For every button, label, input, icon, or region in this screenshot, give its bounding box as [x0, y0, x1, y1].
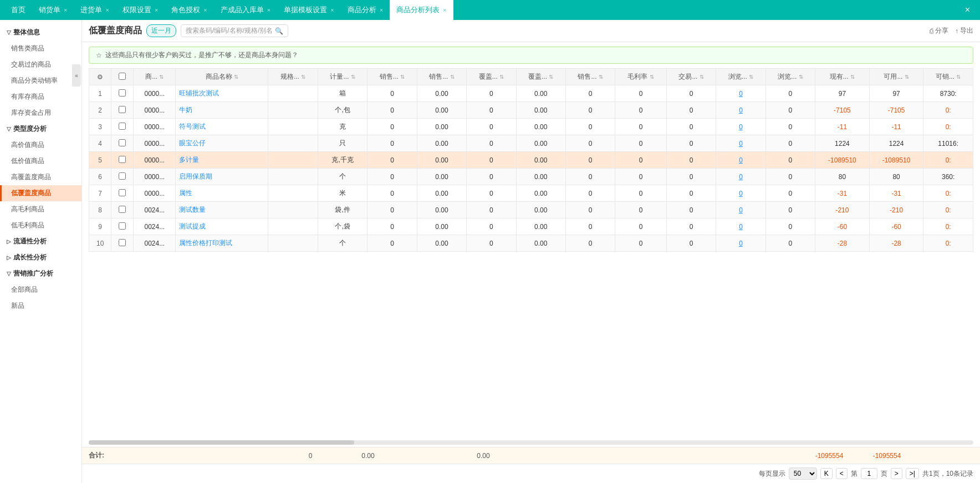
search-box[interactable]: 搜索条码/编码/名称/规格/别名 🔍 [181, 24, 288, 37]
export-button[interactable]: ↑ 导出 [955, 26, 973, 35]
cell-browse1[interactable]: 0 [716, 119, 765, 135]
nav-template-settings[interactable]: 单据模板设置 × [277, 0, 340, 20]
cell-name[interactable]: 属性价格打印测试 [176, 235, 268, 252]
last-page-button[interactable]: >| [906, 468, 919, 479]
row-checkbox[interactable] [119, 139, 126, 146]
row-checkbox[interactable] [119, 172, 126, 180]
col-coverage2[interactable]: 覆盖... ⇅ [516, 69, 565, 85]
cell-checkbox[interactable] [111, 185, 134, 202]
col-available[interactable]: 可用... ⇅ [869, 69, 923, 85]
row-checkbox[interactable] [119, 89, 126, 96]
cell-name[interactable]: 属性 [176, 185, 268, 202]
next-page-button[interactable]: > [891, 468, 902, 479]
filter-recent-month-button[interactable]: 近一月 [146, 24, 176, 37]
sidebar-group-growth-analysis[interactable]: ▷ 成长性分析 [0, 250, 81, 266]
cell-name[interactable]: 牛奶 [176, 102, 268, 119]
col-coverage1[interactable]: 覆盖... ⇅ [467, 69, 516, 85]
col-sales-amount[interactable]: 销售... ⇅ [417, 69, 466, 85]
col-current-stock[interactable]: 现有... ⇅ [815, 69, 870, 85]
cell-checkbox[interactable] [111, 152, 134, 169]
sidebar-item-category-rate[interactable]: 商品分类动销率 [0, 73, 81, 89]
sidebar-item-stock-products[interactable]: 有库存商品 [0, 89, 81, 105]
nav-role-auth[interactable]: 角色授权 × [165, 0, 213, 20]
cell-checkbox[interactable] [111, 85, 134, 102]
col-checkbox[interactable] [111, 69, 134, 85]
sidebar-item-new-products[interactable]: 新品 [0, 298, 81, 314]
nav-purchase-close[interactable]: × [105, 7, 109, 13]
cell-checkbox[interactable] [111, 169, 134, 185]
nav-analysis-close[interactable]: × [380, 7, 383, 13]
sidebar-group-marketing-analysis[interactable]: ▽ 营销推广分析 [0, 266, 81, 282]
sidebar-item-low-margin[interactable]: 低毛利商品 [0, 217, 81, 233]
cell-browse1[interactable]: 0 [716, 235, 765, 252]
cell-name[interactable]: 测试数量 [176, 202, 268, 218]
col-spec[interactable]: 规格... ⇅ [268, 69, 318, 85]
sidebar-item-low-coverage[interactable]: 低覆盖度商品 [0, 185, 81, 201]
nav-product-analysis[interactable]: 商品分析 × [341, 0, 390, 20]
row-checkbox[interactable] [119, 156, 126, 163]
col-sales-qty[interactable]: 销售... ⇅ [368, 69, 417, 85]
cell-browse1[interactable]: 0 [716, 152, 765, 169]
cell-checkbox[interactable] [111, 119, 134, 135]
cell-name[interactable]: 多计量 [176, 152, 268, 169]
share-button[interactable]: ⎙ 分享 [930, 26, 948, 35]
sidebar-item-high-coverage[interactable]: 高覆盖度商品 [0, 169, 81, 185]
sidebar-item-traded-products[interactable]: 交易过的商品 [0, 57, 81, 73]
page-size-select[interactable]: 50 20 100 200 [789, 467, 817, 480]
prev-page-button[interactable]: < [836, 468, 848, 479]
col-sellable[interactable]: 可销... ⇅ [923, 69, 973, 85]
sidebar-group-flow-analysis[interactable]: ▷ 流通性分析 [0, 233, 81, 250]
row-checkbox[interactable] [119, 123, 126, 130]
col-browse1[interactable]: 浏览... ⇅ [716, 69, 765, 85]
cell-browse1[interactable]: 0 [716, 169, 765, 185]
cell-browse1[interactable]: 0 [716, 135, 765, 152]
cell-checkbox[interactable] [111, 235, 134, 252]
row-checkbox[interactable] [119, 239, 126, 246]
nav-home[interactable]: 首页 [4, 0, 32, 20]
cell-checkbox[interactable] [111, 202, 134, 218]
scrollbar-thumb[interactable] [89, 440, 354, 445]
nav-product-close[interactable]: × [267, 7, 270, 13]
sidebar-item-high-margin[interactable]: 高毛利商品 [0, 201, 81, 217]
sidebar-group-overall[interactable]: ▽ 整体信息 [0, 24, 81, 40]
row-checkbox[interactable] [119, 189, 126, 196]
sidebar-collapse-button[interactable]: « [72, 64, 81, 87]
row-checkbox[interactable] [119, 222, 126, 230]
cell-name[interactable]: 测试提成 [176, 218, 268, 235]
cell-browse1[interactable]: 0 [716, 102, 765, 119]
page-number-input[interactable] [861, 468, 877, 479]
cell-browse1[interactable]: 0 [716, 185, 765, 202]
cell-checkbox[interactable] [111, 135, 134, 152]
cell-browse1[interactable]: 0 [716, 85, 765, 102]
first-page-button[interactable]: K [820, 468, 833, 479]
col-sales-num[interactable]: 销售... ⇅ [565, 69, 615, 85]
cell-browse1[interactable]: 0 [716, 218, 765, 235]
row-checkbox[interactable] [119, 106, 126, 113]
col-settings[interactable]: ⚙ [89, 69, 111, 85]
sidebar-item-sales-products[interactable]: 销售类商品 [0, 40, 81, 57]
nav-sales-order[interactable]: 销货单 × [32, 0, 74, 20]
cell-name[interactable]: 旺辅批次测试 [176, 85, 268, 102]
col-transaction[interactable]: 交易... ⇅ [666, 69, 716, 85]
col-browse2[interactable]: 浏览... ⇅ [765, 69, 815, 85]
cell-checkbox[interactable] [111, 218, 134, 235]
cell-browse1[interactable]: 0 [716, 202, 765, 218]
cell-name[interactable]: 眼宝公仔 [176, 135, 268, 152]
sidebar-group-type-analysis[interactable]: ▽ 类型度分析 [0, 121, 81, 137]
nav-permission-settings[interactable]: 权限设置 × [116, 0, 165, 20]
nav-product-inbound[interactable]: 产成品入库单 × [214, 0, 277, 20]
sidebar-item-all-products[interactable]: 全部商品 [0, 282, 81, 298]
nav-role-close[interactable]: × [203, 7, 207, 13]
cell-name[interactable]: 符号测试 [176, 119, 268, 135]
nav-template-close[interactable]: × [330, 7, 334, 13]
nav-analysis-list-close[interactable]: × [443, 7, 446, 13]
sidebar-item-stock-capital[interactable]: 库存资金占用 [0, 105, 81, 121]
nav-perm-close[interactable]: × [155, 7, 158, 13]
horizontal-scrollbar[interactable] [89, 440, 973, 445]
sidebar-item-high-value[interactable]: 高价值商品 [0, 137, 81, 153]
select-all-checkbox[interactable] [119, 73, 126, 80]
col-code[interactable]: 商... ⇅ [134, 69, 176, 85]
cell-checkbox[interactable] [111, 102, 134, 119]
col-gross-margin[interactable]: 毛利率 ⇅ [615, 69, 666, 85]
nav-purchase-order[interactable]: 进货单 × [74, 0, 115, 20]
